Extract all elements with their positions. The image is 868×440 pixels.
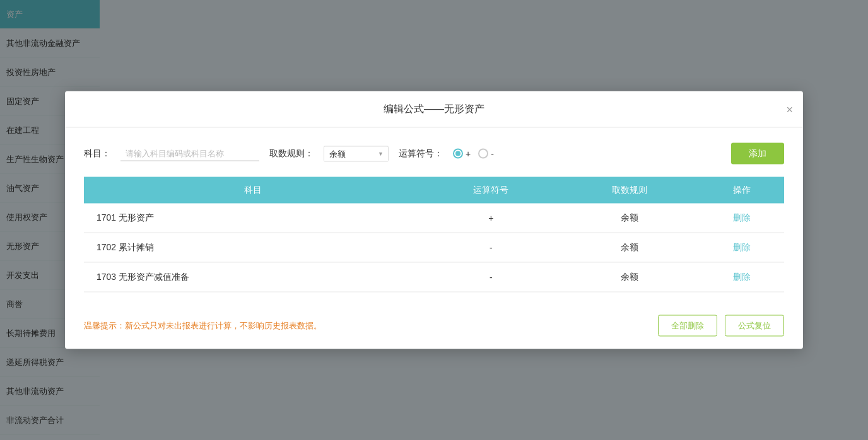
- rule-select[interactable]: 余额 借方发生额 贷方发生额 借方累计 贷方累计: [324, 146, 389, 161]
- reset-formula-button[interactable]: 公式复位: [725, 315, 784, 337]
- rule-select-wrap: 余额 借方发生额 贷方发生额 借方累计 贷方累计: [324, 146, 389, 161]
- form-row: 科目： 取数规则： 余额 借方发生额 贷方发生额 借方累计 贷方累计 运算符号：…: [84, 143, 784, 165]
- modal-close-button[interactable]: ×: [786, 103, 793, 115]
- table-row: 1701 无形资产 + 余额 删除: [84, 204, 784, 233]
- col-subject: 科目: [84, 177, 421, 204]
- delete-all-button[interactable]: 全部删除: [658, 315, 717, 337]
- operator-radio-group: + -: [453, 149, 494, 159]
- add-button[interactable]: 添加: [731, 143, 784, 165]
- col-action: 操作: [699, 177, 784, 204]
- modal-header: 编辑公式——无形资产 ×: [65, 91, 803, 128]
- delete-button-1[interactable]: 删除: [733, 212, 751, 223]
- formula-table: 科目 运算符号 取数规则 操作 1701 无形资产 + 余额 删除 1702 累…: [84, 177, 784, 292]
- delete-button-3[interactable]: 删除: [733, 272, 751, 282]
- radio-circle-plus: [453, 149, 463, 159]
- cell-rule-3: 余额: [560, 262, 699, 292]
- operator-label: 运算符号：: [399, 148, 443, 159]
- modal-title: 编辑公式——无形资产: [384, 103, 484, 116]
- cell-operator-3: -: [421, 262, 560, 292]
- table-row: 1702 累计摊销 - 余额 删除: [84, 233, 784, 262]
- tip-text: 温馨提示：新公式只对未出报表进行计算，不影响历史报表数据。: [84, 320, 322, 332]
- col-operator: 运算符号: [421, 177, 560, 204]
- cell-rule-2: 余额: [560, 233, 699, 262]
- operator-minus-radio[interactable]: -: [478, 149, 494, 159]
- table-header-row: 科目 运算符号 取数规则 操作: [84, 177, 784, 204]
- cell-rule-1: 余额: [560, 204, 699, 233]
- footer-buttons: 全部删除 公式复位: [658, 315, 784, 337]
- col-rule: 取数规则: [560, 177, 699, 204]
- subject-label: 科目：: [84, 148, 110, 159]
- radio-circle-minus: [478, 149, 488, 159]
- modal-body: 科目： 取数规则： 余额 借方发生额 贷方发生额 借方累计 贷方累计 运算符号：…: [65, 128, 803, 305]
- table-row: 1703 无形资产减值准备 - 余额 删除: [84, 262, 784, 292]
- cell-operator-1: +: [421, 204, 560, 233]
- cell-action-1: 删除: [699, 204, 784, 233]
- subject-input[interactable]: [120, 146, 259, 161]
- operator-plus-radio[interactable]: +: [453, 149, 471, 159]
- table-header: 科目 运算符号 取数规则 操作: [84, 177, 784, 204]
- cell-operator-2: -: [421, 233, 560, 262]
- cell-subject-1: 1701 无形资产: [84, 204, 421, 233]
- cell-subject-2: 1702 累计摊销: [84, 233, 421, 262]
- rule-label: 取数规则：: [269, 148, 314, 159]
- cell-subject-3: 1703 无形资产减值准备: [84, 262, 421, 292]
- table-body: 1701 无形资产 + 余额 删除 1702 累计摊销 - 余额 删除: [84, 204, 784, 292]
- cell-action-3: 删除: [699, 262, 784, 292]
- edit-formula-modal: 编辑公式——无形资产 × 科目： 取数规则： 余额 借方发生额 贷方发生额 借方…: [65, 91, 803, 349]
- operator-minus-label: -: [491, 149, 494, 159]
- cell-action-2: 删除: [699, 233, 784, 262]
- delete-button-2[interactable]: 删除: [733, 242, 751, 252]
- modal-footer: 温馨提示：新公式只对未出报表进行计算，不影响历史报表数据。 全部删除 公式复位: [65, 305, 803, 349]
- operator-plus-label: +: [466, 149, 471, 159]
